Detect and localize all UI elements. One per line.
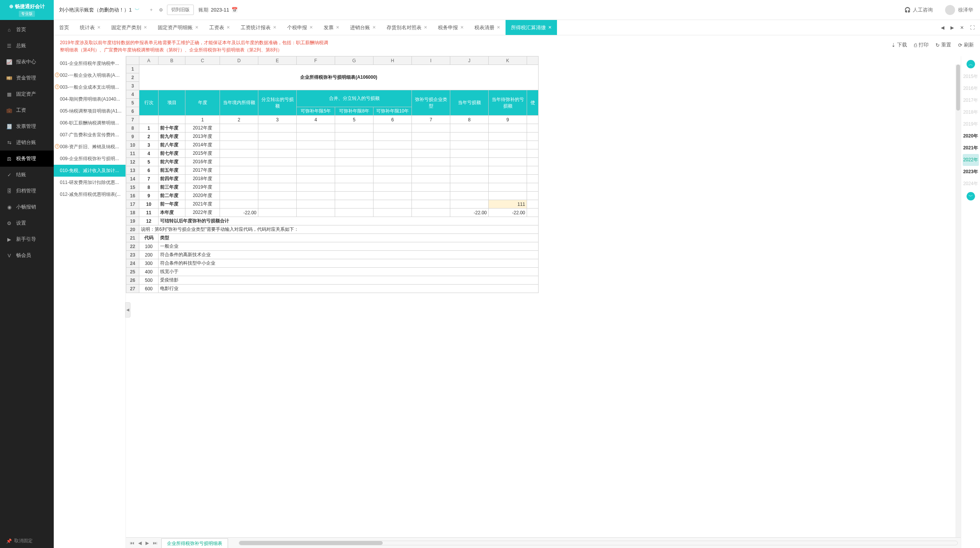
cell[interactable] <box>297 132 335 141</box>
sidenav-item[interactable]: ◉小畅报销 <box>0 199 54 215</box>
cell[interactable] <box>297 124 335 132</box>
cell[interactable]: 前五年度 <box>159 166 185 175</box>
user-menu[interactable]: 徐泽华 <box>938 5 980 15</box>
cell[interactable]: 1 <box>139 124 159 132</box>
year-option[interactable]: 2023年 <box>963 166 979 178</box>
cell[interactable] <box>527 149 539 158</box>
tab-close-icon[interactable]: ✕ <box>460 25 464 30</box>
year-option[interactable]: 2020年 <box>963 130 979 142</box>
cell[interactable] <box>489 183 527 192</box>
cell[interactable] <box>220 183 258 192</box>
sidenav-item[interactable]: ▦固定资产 <box>0 86 54 102</box>
cell[interactable]: 600 <box>139 285 159 293</box>
row-header[interactable]: 2 <box>126 73 139 82</box>
cell[interactable] <box>412 124 450 132</box>
year-option[interactable]: 2021年 <box>963 142 979 154</box>
cell[interactable]: 6 <box>373 116 412 124</box>
col-header[interactable]: I <box>412 56 450 65</box>
cell[interactable] <box>297 209 335 217</box>
cell[interactable]: 前四年度 <box>159 175 185 183</box>
cell[interactable] <box>412 175 450 183</box>
cell[interactable] <box>412 209 450 217</box>
cell[interactable] <box>373 141 412 149</box>
tab[interactable]: 存货别名对照表✕ <box>381 20 433 35</box>
cell[interactable]: 前八年度 <box>159 141 185 149</box>
tab-close-icon[interactable]: ✕ <box>273 25 276 30</box>
cell[interactable] <box>373 132 412 141</box>
col-header[interactable]: D <box>220 56 258 65</box>
cell[interactable] <box>373 166 412 175</box>
cell[interactable]: 200 <box>139 251 159 259</box>
row-header[interactable]: 1 <box>126 65 139 73</box>
sidenav-item[interactable]: ⌂首页 <box>0 22 54 38</box>
spreadsheet[interactable]: ABCDEFGHIJK1企业所得税弥补亏损明细表(A106000)234 行次 … <box>126 56 961 537</box>
cell[interactable]: 2015年度 <box>185 149 220 158</box>
cell[interactable]: 3 <box>139 141 159 149</box>
cell[interactable] <box>335 183 373 192</box>
cell[interactable] <box>527 209 539 217</box>
cell[interactable]: 111 <box>489 200 527 209</box>
cell[interactable] <box>258 158 297 166</box>
cell[interactable] <box>412 166 450 175</box>
tree-item[interactable]: 001-企业所得税年度纳税申... <box>54 58 126 70</box>
year-rail-up[interactable]: ︿ <box>967 60 975 68</box>
cell[interactable] <box>450 183 489 192</box>
cell[interactable] <box>489 132 527 141</box>
sidenav-item[interactable]: V畅会员 <box>0 247 54 263</box>
tree-collapse-handle[interactable]: ◀ <box>125 302 131 318</box>
cell[interactable]: 2014年度 <box>185 141 220 149</box>
cell[interactable] <box>450 149 489 158</box>
cell[interactable]: 10 <box>139 200 159 209</box>
cell[interactable] <box>258 166 297 175</box>
tab-close-icon[interactable]: ✕ <box>226 25 230 30</box>
cell[interactable]: 500 <box>139 276 159 285</box>
cell[interactable]: 2017年度 <box>185 166 220 175</box>
cell[interactable] <box>335 132 373 141</box>
cell[interactable] <box>220 141 258 149</box>
sidenav-item[interactable]: ⇆进销台账 <box>0 134 54 151</box>
tab[interactable]: 进销台账✕ <box>345 20 381 35</box>
cell[interactable] <box>258 149 297 158</box>
cell[interactable] <box>489 166 527 175</box>
sidenav-item[interactable]: 💼工资 <box>0 102 54 118</box>
cell[interactable] <box>527 166 539 175</box>
cell[interactable]: 2022年度 <box>185 209 220 217</box>
tab-close-icon[interactable]: ✕ <box>97 25 101 30</box>
col-header[interactable]: K <box>489 56 527 65</box>
vertical-scrollbar[interactable] <box>955 65 961 537</box>
cell[interactable] <box>450 200 489 209</box>
tab-close-icon[interactable]: ✕ <box>195 25 198 30</box>
tab[interactable]: 工资表✕ <box>204 20 235 35</box>
tree-item[interactable]: 010-免税、减计收入及加计... <box>54 165 126 177</box>
cell[interactable]: 7 <box>139 175 159 183</box>
row-header[interactable]: 3 <box>126 82 139 90</box>
cell[interactable] <box>297 166 335 175</box>
tab[interactable]: 税表清册✕ <box>469 20 506 35</box>
cell[interactable] <box>373 124 412 132</box>
col-header[interactable]: F <box>297 56 335 65</box>
cell[interactable] <box>220 158 258 166</box>
tab-close-icon[interactable]: ✕ <box>336 25 339 30</box>
cell[interactable] <box>412 192 450 200</box>
toolbar-button[interactable]: ⇣下载 <box>891 41 907 48</box>
cell[interactable] <box>412 149 450 158</box>
tab-close-icon[interactable]: ✕ <box>309 25 313 30</box>
cell[interactable]: 符合条件的高新技术企业 <box>159 251 539 259</box>
cell[interactable] <box>450 166 489 175</box>
sidenav-item[interactable]: 💴资金管理 <box>0 70 54 86</box>
cell[interactable]: 8 <box>139 183 159 192</box>
cell[interactable] <box>335 149 373 158</box>
cell[interactable] <box>527 132 539 141</box>
cell[interactable] <box>258 200 297 209</box>
col-header[interactable]: J <box>450 56 489 65</box>
cell[interactable]: 前三年度 <box>159 183 185 192</box>
cell[interactable]: 400 <box>139 268 159 276</box>
cell[interactable] <box>489 175 527 183</box>
period-display[interactable]: 账期 2023-11 📅 <box>194 7 242 13</box>
cell[interactable]: 前一年度 <box>159 200 185 209</box>
cell[interactable]: 电影行业 <box>159 285 539 293</box>
cell[interactable]: 3 <box>258 116 297 124</box>
cell[interactable] <box>297 175 335 183</box>
cell[interactable]: 5 <box>139 158 159 166</box>
sheet-nav-first[interactable]: ⏮ <box>128 540 136 546</box>
